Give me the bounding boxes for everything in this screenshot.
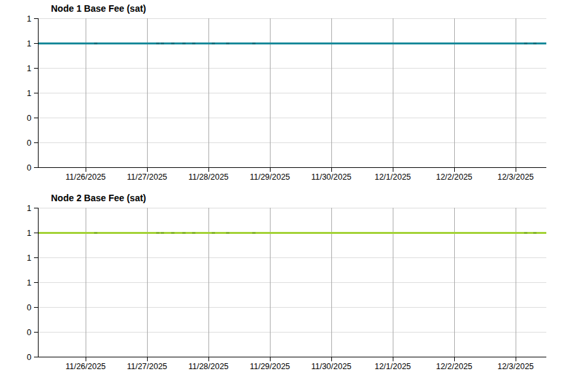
y-tick-mark	[34, 118, 38, 118]
v-gridline	[208, 18, 209, 167]
y-tick-label: 1	[27, 229, 31, 237]
y-tick-mark	[34, 142, 38, 143]
data-point-marker	[226, 232, 229, 234]
x-tick-label: 11/28/2025	[188, 363, 229, 372]
data-point-marker	[171, 232, 174, 234]
v-gridline	[516, 18, 516, 167]
x-axis: 11/26/202511/27/202511/28/202511/29/2025…	[38, 168, 546, 189]
chart-node-1-base-fee: Node 1 Base Fee (sat) 1111000 11/26/2025…	[0, 0, 562, 189]
x-tick-label: 11/29/2025	[250, 173, 290, 182]
x-tick-mark	[147, 357, 148, 361]
data-point-marker	[252, 232, 256, 234]
y-tick-label: 0	[27, 353, 31, 361]
data-point-marker	[94, 42, 97, 44]
x-tick-mark	[393, 357, 393, 361]
x-tick-label: 11/28/2025	[188, 173, 229, 182]
v-gridline	[270, 18, 271, 167]
data-point-marker	[226, 42, 229, 44]
h-gridline	[39, 142, 546, 143]
y-tick-label: 0	[27, 114, 31, 122]
data-point-marker	[192, 42, 195, 44]
v-gridline	[516, 208, 516, 357]
data-point-marker	[212, 42, 215, 44]
v-gridline	[454, 18, 455, 167]
x-tick-label: 11/29/2025	[250, 363, 290, 372]
v-gridline	[331, 18, 332, 167]
v-gridline	[393, 208, 393, 357]
x-tick-mark	[270, 357, 271, 361]
x-tick-label: 12/1/2025	[374, 173, 411, 182]
v-gridline	[147, 208, 148, 357]
x-tick-mark	[208, 357, 209, 361]
y-tick-mark	[34, 93, 38, 93]
chart-title: Node 2 Base Fee (sat)	[51, 193, 146, 203]
v-gridline	[147, 18, 148, 167]
h-gridline	[39, 93, 546, 93]
y-tick-mark	[34, 43, 38, 44]
h-gridline	[39, 257, 546, 258]
v-gridline	[393, 18, 393, 167]
data-point-marker	[171, 42, 174, 44]
y-tick-mark	[34, 208, 38, 208]
data-point-marker	[156, 232, 159, 234]
x-tick-mark	[86, 168, 86, 172]
x-tick-label: 12/2/2025	[436, 173, 472, 182]
chart-title: Node 1 Base Fee (sat)	[51, 3, 146, 14]
data-point-marker	[252, 42, 256, 44]
v-gridline	[270, 208, 271, 357]
x-tick-mark	[147, 168, 148, 172]
y-tick-label: 1	[27, 39, 31, 48]
chart-node-2-base-fee: Node 2 Base Fee (sat) 1111000 11/26/2025…	[0, 189, 562, 379]
x-tick-mark	[331, 168, 332, 172]
data-point-marker	[524, 42, 527, 44]
data-point-marker	[94, 232, 97, 234]
y-tick-label: 1	[27, 204, 31, 212]
x-tick-mark	[454, 357, 455, 361]
plot-area	[38, 208, 546, 357]
y-tick-label: 1	[27, 278, 31, 287]
x-tick-label: 12/1/2025	[374, 363, 411, 372]
y-axis: 1111000	[0, 18, 38, 168]
y-tick-label: 0	[27, 163, 31, 172]
h-gridline	[39, 307, 546, 308]
y-tick-label: 1	[27, 89, 31, 97]
x-tick-label: 11/26/2025	[65, 173, 106, 182]
data-point-marker	[192, 232, 195, 234]
h-gridline	[39, 18, 546, 19]
x-tick-mark	[208, 168, 209, 172]
x-tick-label: 11/27/2025	[127, 173, 167, 182]
x-tick-mark	[454, 168, 455, 172]
x-tick-mark	[270, 168, 271, 172]
x-tick-mark	[331, 357, 332, 361]
y-tick-label: 1	[27, 14, 31, 23]
y-tick-mark	[34, 332, 38, 333]
x-tick-label: 11/30/2025	[311, 363, 352, 372]
data-point-marker	[524, 232, 527, 234]
y-tick-label: 0	[27, 139, 31, 147]
h-gridline	[39, 118, 546, 118]
h-gridline	[39, 68, 546, 69]
h-gridline	[39, 282, 546, 283]
y-tick-mark	[34, 307, 38, 308]
x-tick-label: 12/2/2025	[436, 363, 472, 372]
v-gridline	[454, 208, 455, 357]
y-tick-mark	[34, 233, 38, 233]
plot-area	[38, 18, 546, 168]
data-point-marker	[182, 42, 186, 44]
series-line	[39, 232, 546, 234]
h-gridline	[39, 208, 546, 208]
v-gridline	[208, 208, 209, 357]
y-tick-label: 1	[27, 64, 31, 73]
x-tick-label: 11/26/2025	[65, 363, 106, 372]
h-gridline	[39, 332, 546, 333]
y-tick-label: 0	[27, 328, 31, 336]
y-tick-mark	[34, 68, 38, 69]
data-point-marker	[156, 42, 159, 44]
series-line	[39, 42, 546, 44]
y-tick-mark	[34, 18, 38, 19]
y-tick-label: 0	[27, 303, 31, 312]
x-axis: 11/26/202511/27/202511/28/202511/29/2025…	[38, 357, 546, 378]
v-gridline	[86, 208, 86, 357]
x-tick-label: 11/27/2025	[127, 363, 167, 372]
x-tick-label: 11/30/2025	[311, 173, 352, 182]
